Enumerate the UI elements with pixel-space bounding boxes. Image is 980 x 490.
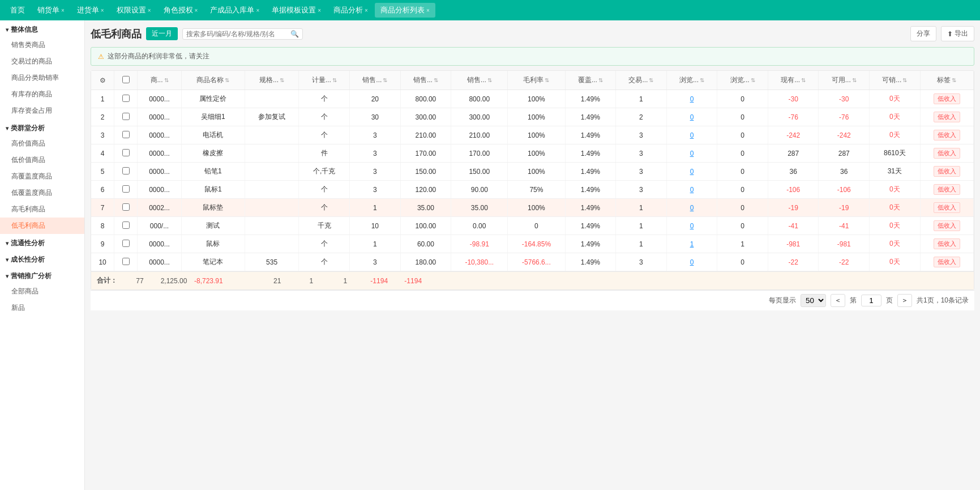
col-header-settings[interactable]: ⚙ <box>91 71 114 90</box>
sidebar-item-全部商品[interactable]: 全部商品 <box>0 283 84 300</box>
sort-icon-sale_qty[interactable]: ⇅ <box>383 77 387 83</box>
sort-icon-gross_rate[interactable]: ⇅ <box>545 77 549 83</box>
cell-checkbox[interactable] <box>114 217 138 235</box>
col-header-current_stock[interactable]: 现有...⇅ <box>768 71 819 90</box>
cell-checkbox[interactable] <box>114 235 138 253</box>
nav-close-icon[interactable]: × <box>195 7 198 14</box>
cell-browse1[interactable]: 0 <box>666 253 717 271</box>
sort-icon-sale_price[interactable]: ⇅ <box>434 77 438 83</box>
row-checkbox[interactable] <box>122 203 130 211</box>
nav-close-icon[interactable]: × <box>148 7 151 14</box>
cell-checkbox[interactable] <box>114 108 138 126</box>
row-checkbox[interactable] <box>122 221 130 229</box>
col-header-available[interactable]: 可用...⇅ <box>819 71 870 90</box>
sidebar-item-销售类商品[interactable]: 销售类商品 <box>0 37 84 53</box>
cell-checkbox[interactable] <box>114 144 138 163</box>
cell-browse1[interactable]: 0 <box>666 90 717 108</box>
browse-link[interactable]: 0 <box>690 95 694 103</box>
sort-icon-browse1[interactable]: ⇅ <box>700 77 704 83</box>
nav-item-商品分析列表[interactable]: 商品分析列表× <box>375 3 435 18</box>
sort-icon-saleable[interactable]: ⇅ <box>902 77 907 83</box>
cell-browse1[interactable]: 0 <box>666 217 717 235</box>
sidebar-item-库存资金占用[interactable]: 库存资金占用 <box>0 103 84 119</box>
sidebar-group-流通性分析[interactable]: ▾流通性分析 <box>0 234 84 250</box>
browse-link[interactable]: 0 <box>690 258 694 266</box>
sort-icon-sale_amount[interactable]: ⇅ <box>487 77 492 83</box>
nav-close-icon[interactable]: × <box>318 7 321 14</box>
sidebar-item-有库存的商品[interactable]: 有库存的商品 <box>0 86 84 103</box>
row-checkbox[interactable] <box>122 131 130 138</box>
search-input[interactable] <box>186 30 288 38</box>
sort-icon-current_stock[interactable]: ⇅ <box>801 77 806 83</box>
nav-item-权限设置[interactable]: 权限设置× <box>111 3 157 18</box>
browse-link[interactable]: 0 <box>690 204 694 212</box>
nav-close-icon[interactable]: × <box>101 7 104 14</box>
sidebar-group-类群堂分析[interactable]: ▾类群堂分析 <box>0 119 84 135</box>
row-checkbox[interactable] <box>122 95 130 102</box>
col-header-sale_price[interactable]: 销售...⇅ <box>400 71 451 90</box>
nav-close-icon[interactable]: × <box>426 7 430 14</box>
share-button[interactable]: 分享 <box>910 26 936 41</box>
sidebar-item-低价值商品[interactable]: 低价值商品 <box>0 152 84 168</box>
browse-link[interactable]: 0 <box>690 222 694 230</box>
cell-checkbox[interactable] <box>114 126 138 144</box>
nav-close-icon[interactable]: × <box>61 7 65 14</box>
sidebar-group-整体信息[interactable]: ▾整体信息 <box>0 20 84 37</box>
sort-icon-cover_rate[interactable]: ⇅ <box>598 77 603 83</box>
col-header-code[interactable]: 商...⇅ <box>137 71 181 90</box>
select-all-checkbox[interactable] <box>122 76 130 83</box>
sort-icon-name[interactable]: ⇅ <box>225 77 229 83</box>
cell-checkbox[interactable] <box>114 253 138 271</box>
nav-close-icon[interactable]: × <box>365 7 368 14</box>
cell-browse1[interactable]: 0 <box>666 163 717 181</box>
export-button[interactable]: ⬆ 导出 <box>941 26 974 41</box>
search-icon[interactable]: 🔍 <box>290 30 299 38</box>
prev-page-button[interactable]: ＜ <box>831 294 845 307</box>
col-header-browse1[interactable]: 浏览...⇅ <box>666 71 717 90</box>
next-page-button[interactable]: ＞ <box>897 294 912 307</box>
row-checkbox[interactable] <box>122 258 130 265</box>
sidebar-item-商品分类助销率[interactable]: 商品分类助销率 <box>0 70 84 86</box>
row-checkbox[interactable] <box>122 240 130 247</box>
settings-icon[interactable]: ⚙ <box>100 76 106 84</box>
row-checkbox[interactable] <box>122 185 130 193</box>
col-header-tag[interactable]: 标签⇅ <box>920 71 973 90</box>
browse-link[interactable]: 0 <box>690 168 694 176</box>
nav-item-角色授权[interactable]: 角色授权× <box>158 3 204 18</box>
cell-browse1[interactable]: 0 <box>666 108 717 126</box>
page-input[interactable] <box>861 295 881 306</box>
browse-link[interactable]: 0 <box>690 150 694 157</box>
nav-item-首页[interactable]: 首页 <box>5 3 31 18</box>
sidebar-item-高覆盖度商品[interactable]: 高覆盖度商品 <box>0 168 84 185</box>
cell-browse1[interactable]: 1 <box>666 235 717 253</box>
sidebar-item-高价值商品[interactable]: 高价值商品 <box>0 135 84 152</box>
page-size-select[interactable]: 50 <box>801 294 826 307</box>
cell-browse1[interactable]: 0 <box>666 126 717 144</box>
cell-checkbox[interactable] <box>114 199 138 217</box>
nav-close-icon[interactable]: × <box>256 7 259 14</box>
browse-link[interactable]: 0 <box>690 186 694 194</box>
sidebar-item-新品[interactable]: 新品 <box>0 300 84 316</box>
sort-icon-code[interactable]: ⇅ <box>164 77 169 83</box>
col-header-unit[interactable]: 计量...⇅ <box>299 71 350 90</box>
sidebar-group-营销推广分析[interactable]: ▾营销推广分析 <box>0 267 84 283</box>
sort-icon-unit[interactable]: ⇅ <box>332 77 337 83</box>
sidebar-item-交易过的商品[interactable]: 交易过的商品 <box>0 53 84 70</box>
sort-icon-spec[interactable]: ⇅ <box>280 77 284 83</box>
col-header-saleable[interactable]: 可销...⇅ <box>870 71 921 90</box>
sort-icon-available[interactable]: ⇅ <box>852 77 857 83</box>
sort-icon-trade_count[interactable]: ⇅ <box>649 77 653 83</box>
cell-checkbox[interactable] <box>114 163 138 181</box>
col-header-sale_qty[interactable]: 销售...⇅ <box>350 71 401 90</box>
filter-recent-month-button[interactable]: 近一月 <box>146 27 178 40</box>
row-checkbox[interactable] <box>122 149 130 156</box>
cell-checkbox[interactable] <box>114 181 138 199</box>
cell-browse1[interactable]: 0 <box>666 144 717 163</box>
row-checkbox[interactable] <box>122 167 130 174</box>
nav-item-进货单[interactable]: 进货单× <box>71 3 110 18</box>
nav-item-产成品入库单[interactable]: 产成品入库单× <box>204 3 265 18</box>
browse-link[interactable]: 1 <box>690 240 694 248</box>
browse-link[interactable]: 0 <box>690 131 694 139</box>
col-header-checkbox[interactable] <box>114 71 138 90</box>
sidebar-item-高毛利商品[interactable]: 高毛利商品 <box>0 201 84 218</box>
